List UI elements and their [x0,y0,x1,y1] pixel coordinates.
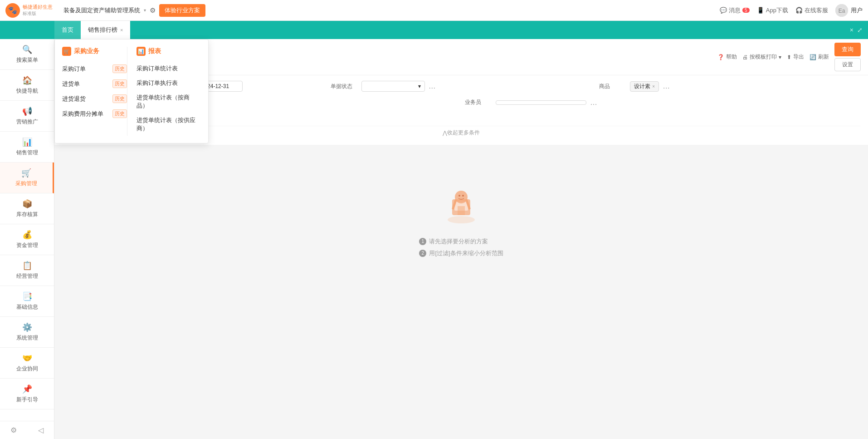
export-label: 导出 [793,53,804,61]
step-2-num: 2 [419,250,426,257]
top-bar: 🐾 畅捷通好生意 标准版 装备及固定资产辅助管理系统 ▾ ⚙ 体验行业方案 💬 … [0,0,868,21]
report-section-label: 报表 [148,47,161,55]
help-btn[interactable]: ❓ 帮助 [717,53,737,61]
sidebar-item-search[interactable]: 🔍 搜索菜单 [0,39,54,70]
refresh-btn[interactable]: 🔄 刷新 [809,53,829,61]
tab-sales-ranking[interactable]: 销售排行榜 × [81,21,130,39]
sidebar-label-finance: 资金管理 [16,242,38,249]
query-btn[interactable]: 查询 [834,43,861,56]
app-download-label: App下载 [766,6,788,15]
message-badge: 5 [742,8,750,13]
dropdown-item-order-exec[interactable]: 采购订单执行表 [137,76,201,90]
empty-state: 1 请先选择要分析的方案 2 用[过滤]条件来缩小分析范围 [54,145,868,296]
basic-info-icon: 📑 [22,291,32,301]
purchase-section-label: 采购业务 [74,47,99,55]
message-btn[interactable]: 💬 消息 5 [720,6,750,15]
print-arrow[interactable]: ▾ [779,54,781,60]
voucher-status-select[interactable]: ▾ [361,81,425,92]
goods-more[interactable]: … [663,82,670,90]
logo-text: 畅捷通好生意 [23,4,53,10]
report-col: 📊 报表 采购订单统计表 采购订单执行表 进货单统计表（按商品） 进货单统计表（… [127,47,201,136]
sidebar-item-basic-info[interactable]: 📑 基础信息 [0,286,54,317]
collapse-up-icon: ⋀ [443,130,447,136]
marketing-icon: 📢 [22,106,32,116]
sidebar-collapse-icon[interactable]: ◁ [38,426,44,434]
expense-history: 历史 [112,109,127,118]
sidebar-item-purchase[interactable]: 🛒 采购管理 [0,163,54,193]
online-service-btn[interactable]: 🎧 在线客服 [795,6,828,15]
sidebar-item-sales[interactable]: 📊 销售管理 [0,132,54,163]
settings-btn[interactable]: 设置 [834,58,861,71]
help-icon: ❓ [717,54,724,60]
sidebar-item-enterprise[interactable]: 🤝 企业协同 [0,348,54,379]
svg-point-9 [458,195,460,197]
expense-label: 采购费用分摊单 [62,110,103,118]
goods-tag-close[interactable]: × [652,84,655,89]
print-icon: 🖨 [742,54,748,60]
sidebar-settings-icon[interactable]: ⚙ [10,426,17,434]
app-download-btn[interactable]: 📱 App下载 [757,6,788,15]
logo-sub: 标准版 [23,10,53,17]
sidebar-label-marketing: 营销推广 [16,118,38,126]
step-1-num: 1 [419,238,426,245]
sidebar-item-inventory[interactable]: 📦 库存核算 [0,193,54,224]
tab-bar-right: × ⤢ [850,26,868,34]
phone-icon: 📱 [757,7,764,14]
sidebar-item-finance[interactable]: 💰 资金管理 [0,224,54,255]
tab-close-icon[interactable]: × [120,27,123,33]
sidebar-item-system[interactable]: ⚙️ 系统管理 [0,317,54,348]
purchase-order-history: 历史 [112,64,127,73]
system-icon: ⚙️ [22,322,32,332]
return-label: 进货退货 [62,95,86,103]
svg-text:Ea: Ea [839,8,845,14]
sys-title: 装备及固定资产辅助管理系统 [63,6,140,15]
sidebar-label-purchase: 采购管理 [15,180,37,187]
sys-dropdown-arrow[interactable]: ▾ [144,8,146,13]
sidebar-label-basic-info: 基础信息 [16,303,38,311]
print-btn[interactable]: 🖨 按模板打印 ▾ [742,53,781,61]
return-history: 历史 [112,94,127,103]
finance-icon: 💰 [22,230,32,240]
sidebar-item-operations[interactable]: 📋 经营管理 [0,255,54,286]
export-icon: ⬆ [787,54,791,60]
tab-sales-ranking-label: 销售排行榜 [88,26,117,34]
empty-hint-2: 2 用[过滤]条件来缩小分析范围 [419,247,503,259]
tab-close-btn[interactable]: × [850,26,853,34]
export-btn[interactable]: ⬆ 导出 [787,53,804,61]
sidebar-label-guide: 新手引导 [16,396,38,404]
sidebar-label-quick-nav: 快捷导航 [16,87,38,95]
top-right-area: 💬 消息 5 📱 App下载 🎧 在线客服 Ea 用户 [720,4,863,17]
svg-rect-6 [458,206,465,215]
inbound-label: 进货单 [62,80,80,88]
dropdown-item-inbound-supplier[interactable]: 进货单统计表（按供应商） [137,113,201,136]
dropdown-item-expense[interactable]: 采购费用分摊单 历史 [62,106,127,121]
sidebar-label-search: 搜索菜单 [16,56,38,64]
refresh-icon: 🔄 [809,54,816,60]
dropdown-item-inbound-goods[interactable]: 进货单统计表（按商品） [137,90,201,113]
dropdown-item-inbound[interactable]: 进货单 历史 [62,76,127,91]
sidebar-item-guide[interactable]: 📌 新手引导 [0,379,54,409]
online-service-label: 在线客服 [805,6,828,15]
sidebar-item-quick-nav[interactable]: 🏠 快捷导航 [0,70,54,101]
dropdown-cols: 🛒 采购业务 采购订单 历史 进货单 历史 进货退货 历史 采购费用分摊单 历史 [62,47,201,136]
dropdown-item-return[interactable]: 进货退货 历史 [62,91,127,106]
sys-settings-icon[interactable]: ⚙ [150,6,156,15]
salesperson-select[interactable] [496,100,586,105]
tab-home[interactable]: 首页 [54,21,81,39]
dropdown-item-purchase-order[interactable]: 采购订单 历史 [62,61,127,76]
sidebar-item-marketing[interactable]: 📢 营销推广 [0,101,54,132]
purchase-order-label: 采购订单 [62,65,86,73]
voucher-status-more[interactable]: … [429,82,436,90]
purchase-section-title: 🛒 采购业务 [62,47,127,56]
top-middle: 装备及固定资产辅助管理系统 ▾ ⚙ 体验行业方案 [60,4,720,17]
logo-area: 🐾 畅捷通好生意 标准版 [5,3,60,18]
empty-hint-1-text: 请先选择要分析的方案 [429,236,488,247]
dropdown-item-order-stats[interactable]: 采购订单统计表 [137,61,201,76]
purchase-section-icon: 🛒 [62,47,71,56]
logo-icon: 🐾 [5,3,20,18]
user-area[interactable]: Ea 用户 [835,4,863,17]
voucher-status-label: 单据状态 [331,83,358,90]
industry-btn[interactable]: 体验行业方案 [159,4,205,17]
salesperson-more[interactable]: … [590,99,597,107]
tab-expand-btn[interactable]: ⤢ [857,26,863,34]
